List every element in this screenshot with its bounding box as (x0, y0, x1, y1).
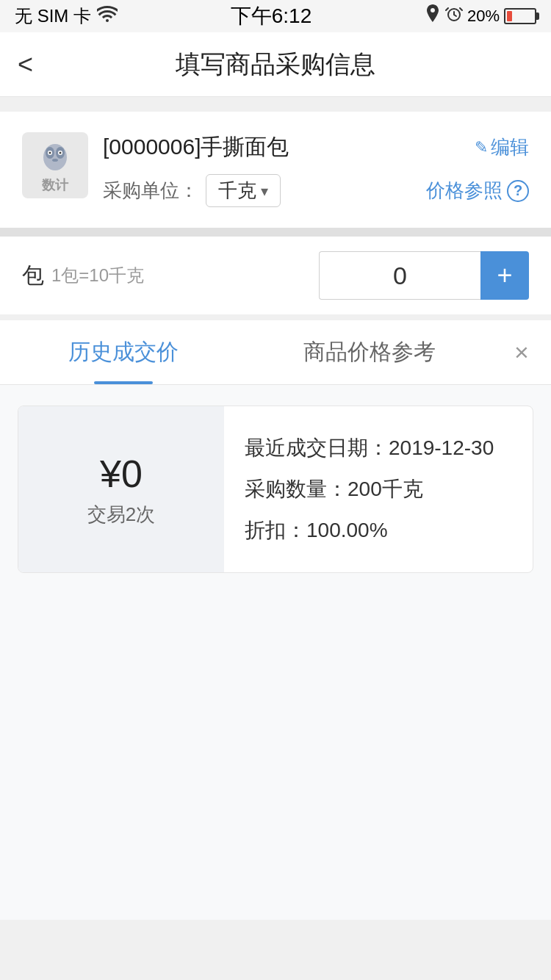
product-top: 数计 [0000006]手撕面包 ✎ 编辑 采购单位： 千克 ▾ (22, 132, 529, 207)
recent-date-label: 最近成交日期： (245, 436, 389, 459)
discount-label: 折扣： (245, 519, 306, 541)
battery-icon (504, 8, 536, 24)
tab-product-price-ref[interactable]: 商品价格参考 (246, 320, 492, 384)
header: < 填写商品采购信息 (0, 32, 551, 97)
tab-product-price-ref-label: 商品价格参考 (303, 337, 436, 367)
history-price-value: ¥0 (100, 452, 143, 496)
history-price-section: ¥0 交易2次 (18, 406, 224, 572)
edit-icon: ✎ (475, 138, 488, 157)
status-right: 20% (425, 4, 536, 28)
wifi-icon (97, 6, 118, 26)
quantity-plus-button[interactable]: + (480, 251, 529, 300)
edit-label: 编辑 (491, 134, 529, 160)
history-card: ¥0 交易2次 最近成交日期：2019-12-30 采购数量：200千克 折扣：… (18, 406, 533, 573)
recent-date-value: 2019-12-30 (389, 436, 494, 459)
back-button[interactable]: < (18, 49, 33, 80)
purchase-qty-value: 200千克 (347, 478, 423, 500)
purchase-unit-row: 采购单位： 千克 ▾ 价格参照 ? (103, 174, 529, 207)
svg-point-7 (60, 152, 62, 154)
product-name: [0000006]手撕面包 (103, 132, 289, 162)
brand-text: 数计 (42, 176, 68, 194)
unit-value: 千克 (218, 178, 256, 203)
page-title: 填写商品采购信息 (176, 48, 375, 82)
history-detail-section: 最近成交日期：2019-12-30 采购数量：200千克 折扣：100.00% (224, 406, 533, 572)
quantity-input-group: + (319, 251, 529, 300)
quantity-input[interactable] (319, 251, 480, 300)
tab-history-price-label: 历史成交价 (68, 337, 179, 367)
purchase-qty-row: 采购数量：200千克 (245, 474, 512, 505)
bao-label: 包 (22, 261, 44, 291)
unit-label: 采购单位： (103, 178, 198, 203)
tab-active-indicator (94, 381, 153, 384)
product-card: 数计 [0000006]手撕面包 ✎ 编辑 采购单位： 千克 ▾ (0, 112, 551, 228)
product-thumbnail: 数计 (22, 132, 88, 198)
transaction-count: 交易2次 (87, 502, 155, 527)
location-icon (425, 4, 441, 28)
help-icon: ? (507, 180, 529, 202)
recent-date-row: 最近成交日期：2019-12-30 (245, 433, 512, 464)
content-area: ¥0 交易2次 最近成交日期：2019-12-30 采购数量：200千克 折扣：… (0, 406, 551, 920)
tabs-header: 历史成交价 商品价格参考 × (0, 320, 551, 385)
bao-sub: 1包=10千克 (51, 264, 144, 287)
tab-history-price[interactable]: 历史成交价 (0, 320, 246, 384)
unit-select[interactable]: 千克 ▾ (206, 174, 281, 207)
currency-symbol: ¥ (100, 453, 121, 495)
price-ref-label: 价格参照 (426, 178, 503, 203)
edit-button[interactable]: ✎ 编辑 (475, 134, 529, 160)
purchase-qty-label: 采购数量： (245, 478, 347, 500)
dropdown-arrow-icon: ▾ (261, 182, 268, 200)
status-time: 下午6:12 (231, 2, 312, 30)
price-number: 0 (121, 453, 143, 495)
product-info: [0000006]手撕面包 ✎ 编辑 采购单位： 千克 ▾ 价格参照 ? (103, 132, 529, 207)
divider (0, 228, 551, 237)
tabs-close-button[interactable]: × (492, 338, 551, 367)
quantity-row: 包 1包=10千克 + (0, 237, 551, 314)
alarm-icon (445, 5, 463, 27)
sim-text: 无 SIM 卡 (15, 4, 91, 28)
svg-point-1 (43, 144, 67, 170)
product-name-row: [0000006]手撕面包 ✎ 编辑 (103, 132, 529, 162)
status-bar: 无 SIM 卡 下午6:12 20% (0, 0, 551, 32)
quantity-label-group: 包 1包=10千克 (22, 261, 144, 291)
svg-point-6 (49, 152, 51, 154)
svg-point-8 (52, 159, 58, 162)
status-left: 无 SIM 卡 (15, 4, 118, 28)
battery-percent: 20% (467, 7, 500, 26)
tabs-section: 历史成交价 商品价格参考 × ¥0 交易2次 最近成交日期：2019-12-30… (0, 320, 551, 920)
price-ref-button[interactable]: 价格参照 ? (426, 178, 529, 203)
discount-row: 折扣：100.00% (245, 515, 512, 546)
discount-value: 100.00% (306, 519, 388, 541)
